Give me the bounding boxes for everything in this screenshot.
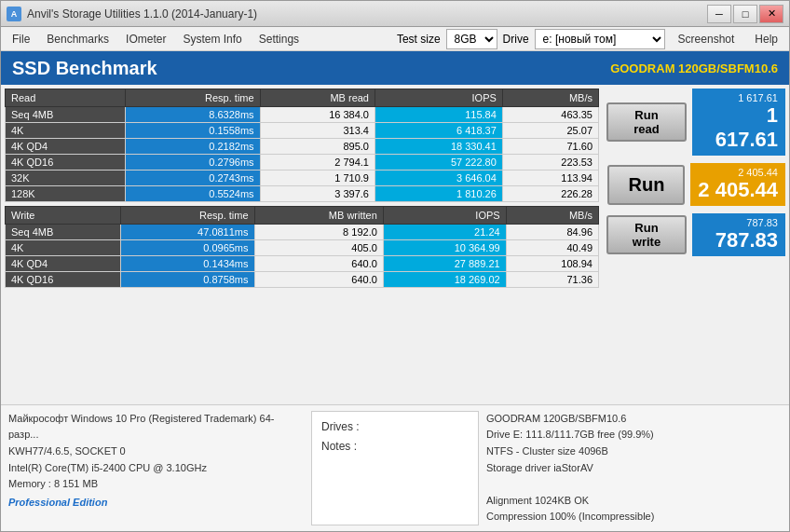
bench-model: GOODRAM 120GB/SBFM10.6 [610, 61, 778, 75]
sys-info-0: Майкрософт Windows 10 Pro (Registered Tr… [8, 411, 304, 443]
col-mb-written: MB written [254, 207, 383, 225]
drives-label: Drives : [321, 417, 469, 438]
menu-help[interactable]: Help [747, 31, 785, 48]
drive-info-6: Compression 100% (Incompressible) [486, 509, 782, 525]
write-cell-1-2: 405.0 [254, 240, 383, 256]
read-cell-5-2: 3 397.6 [260, 186, 375, 202]
close-button[interactable]: ✕ [759, 5, 783, 23]
run-write-row: Run write 787.83 787.83 [606, 213, 785, 256]
read-cell-3-3: 57 222.80 [375, 155, 502, 171]
read-cell-1-1: 0.1558ms [125, 123, 260, 139]
col-mbs-r: MB/s [502, 89, 598, 107]
total-score-block: Run 2 405.44 2 405.44 [606, 163, 785, 206]
testsize-select[interactable]: 8GB [446, 29, 497, 49]
col-mbs-w: MB/s [506, 207, 598, 225]
write-score-small: 787.83 [700, 217, 778, 228]
main-content: Read Resp. time MB read IOPS MB/s Seq 4M… [1, 85, 789, 404]
bench-title: SSD Benchmark [12, 58, 157, 79]
col-mb-read: MB read [260, 89, 375, 107]
read-cell-1-3: 6 418.37 [375, 123, 502, 139]
write-cell-2-3: 27 889.21 [383, 256, 506, 272]
col-resp-time-r: Resp. time [125, 89, 260, 107]
maximize-button[interactable]: □ [733, 5, 757, 23]
read-cell-3-0: 4K QD16 [6, 155, 126, 171]
read-cell-1-2: 313.4 [260, 123, 375, 139]
write-cell-1-3: 10 364.99 [383, 240, 506, 256]
read-cell-4-2: 1 710.9 [260, 171, 375, 186]
menu-bar: File Benchmarks IOmeter System Info Sett… [1, 27, 789, 51]
read-cell-5-1: 0.5524ms [125, 186, 260, 202]
write-score-box: 787.83 787.83 [692, 213, 785, 256]
menu-screenshot[interactable]: Screenshot [671, 31, 742, 48]
run-row: Run 2 405.44 2 405.44 [607, 163, 785, 206]
read-table: Read Resp. time MB read IOPS MB/s Seq 4M… [5, 89, 599, 202]
run-button[interactable]: Run [607, 165, 685, 205]
read-cell-4-3: 3 646.04 [375, 171, 502, 186]
bottom-left: Майкрософт Windows 10 Pro (Registered Tr… [8, 411, 304, 525]
write-cell-2-0: 4K QD4 [6, 256, 121, 272]
menu-iometer[interactable]: IOmeter [118, 31, 173, 48]
drive-info-0: GOODRAM 120GB/SBFM10.6 [486, 411, 782, 428]
bench-header: SSD Benchmark GOODRAM 120GB/SBFM10.6 [1, 51, 789, 85]
write-score-large: 787.83 [700, 228, 778, 252]
drive-info-3: Storage driver iaStorAV [486, 460, 782, 477]
read-cell-2-0: 4K QD4 [6, 139, 126, 155]
notes-label: Notes : [321, 437, 469, 457]
drive-label: Drive [503, 33, 529, 46]
write-table-row: 4K QD40.1434ms640.027 889.21108.94 [6, 256, 599, 272]
read-cell-5-0: 128K [6, 186, 126, 202]
title-bar-left: A Anvil's Storage Utilities 1.1.0 (2014-… [7, 7, 257, 21]
write-table-row: 4K QD160.8758ms640.018 269.0271.36 [6, 272, 599, 288]
read-cell-0-0: Seq 4MB [6, 107, 126, 123]
run-read-row: Run read 1 617.61 1 617.61 [606, 89, 785, 156]
minimize-button[interactable]: ─ [707, 5, 731, 23]
write-cell-0-4: 84.96 [506, 225, 598, 240]
right-panel: Run read 1 617.61 1 617.61 Run 2 405.44 … [603, 85, 789, 404]
write-cell-3-1: 0.8758ms [120, 272, 254, 288]
table-area: Read Resp. time MB read IOPS MB/s Seq 4M… [1, 85, 603, 404]
read-cell-1-0: 4K [6, 123, 126, 139]
write-cell-3-3: 18 269.02 [383, 272, 506, 288]
drive-info-2: NTFS - Cluster size 4096B [486, 443, 782, 460]
main-window: A Anvil's Storage Utilities 1.1.0 (2014-… [0, 0, 790, 532]
menu-benchmarks[interactable]: Benchmarks [39, 31, 116, 48]
write-cell-1-1: 0.0965ms [120, 240, 254, 256]
read-cell-4-0: 32K [6, 171, 126, 186]
write-cell-2-2: 640.0 [254, 256, 383, 272]
read-cell-3-2: 2 794.1 [260, 155, 375, 171]
read-cell-5-4: 226.28 [502, 186, 598, 202]
run-write-button[interactable]: Run write [606, 215, 687, 254]
drive-info-1: Drive E: 111.8/111.7GB free (99.9%) [486, 427, 782, 443]
read-score-block: Run read 1 617.61 1 617.61 [606, 89, 785, 156]
read-table-row: Seq 4MB8.6328ms16 384.0115.84463.35 [6, 107, 599, 123]
read-cell-2-1: 0.2182ms [125, 139, 260, 155]
bottom-bar: Майкрософт Windows 10 Pro (Registered Tr… [1, 404, 789, 531]
title-bar: A Anvil's Storage Utilities 1.1.0 (2014-… [1, 1, 789, 27]
menu-file[interactable]: File [5, 31, 37, 48]
col-resp-time-w: Resp. time [120, 207, 254, 225]
run-read-button[interactable]: Run read [606, 102, 687, 142]
col-read: Read [6, 89, 126, 107]
menu-right: Test size 8GB Drive e: [новый том] Scree… [397, 29, 785, 49]
menu-settings[interactable]: Settings [252, 31, 306, 48]
write-table-row: Seq 4MB47.0811ms8 192.021.2484.96 [6, 225, 599, 240]
window-controls: ─ □ ✕ [707, 5, 783, 23]
total-score-small: 2 405.44 [698, 167, 778, 178]
sys-info-2: Intel(R) Core(TM) i5-2400 CPU @ 3.10GHz [8, 460, 304, 477]
write-cell-2-4: 108.94 [506, 256, 598, 272]
write-score-block: Run write 787.83 787.83 [606, 213, 785, 256]
read-cell-2-4: 71.60 [502, 139, 598, 155]
col-iops-r: IOPS [375, 89, 502, 107]
write-table-row: 4K0.0965ms405.010 364.9940.49 [6, 240, 599, 256]
menu-sysinfo[interactable]: System Info [175, 31, 249, 48]
read-cell-5-3: 1 810.26 [375, 186, 502, 202]
write-cell-3-2: 640.0 [254, 272, 383, 288]
bottom-center: Drives : Notes : [311, 411, 479, 525]
read-score-box: 1 617.61 1 617.61 [692, 89, 785, 156]
sys-info-3: Memory : 8 151 MB [8, 476, 304, 493]
bottom-right: GOODRAM 120GB/SBFM10.6 Drive E: 111.8/11… [486, 411, 782, 525]
write-cell-0-3: 21.24 [383, 225, 506, 240]
drive-info-5: Alignment 1024KB OK [486, 493, 782, 510]
read-cell-0-4: 463.35 [502, 107, 598, 123]
drive-select[interactable]: e: [новый том] [535, 29, 665, 49]
